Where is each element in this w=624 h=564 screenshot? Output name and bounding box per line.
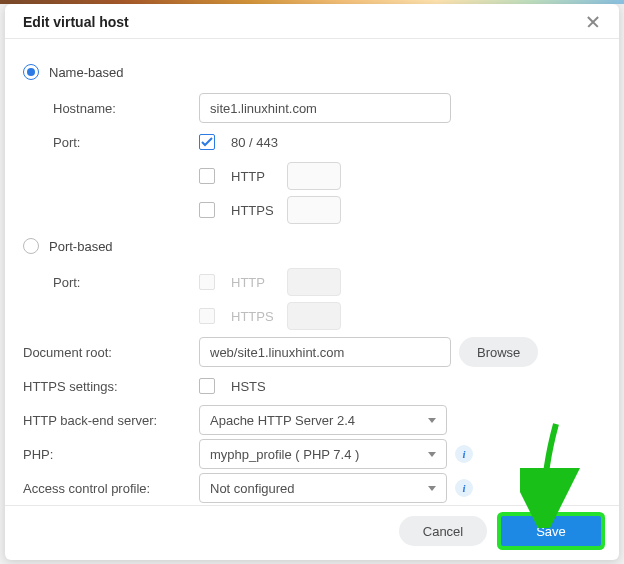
hsts-checkbox[interactable] (199, 378, 215, 394)
radio-port-based[interactable] (23, 238, 39, 254)
backend-select-value: Apache HTTP Server 2.4 (210, 413, 355, 428)
hostname-input[interactable] (199, 93, 451, 123)
chevron-down-icon (428, 486, 436, 491)
port-https-input[interactable] (287, 196, 341, 224)
radio-name-based-label: Name-based (49, 65, 123, 80)
port-based-port-label: Port: (23, 275, 199, 290)
port-based-http-input (287, 268, 341, 296)
port-http-checkbox[interactable] (199, 168, 215, 184)
document-root-label: Document root: (23, 345, 199, 360)
php-select-value: myphp_profile ( PHP 7.4 ) (210, 447, 359, 462)
close-icon[interactable] (585, 14, 601, 30)
port-based-https-input (287, 302, 341, 330)
radio-name-based[interactable] (23, 64, 39, 80)
port-default-checkbox[interactable] (199, 134, 215, 150)
radio-port-based-label: Port-based (49, 239, 113, 254)
access-profile-select[interactable]: Not configured (199, 473, 447, 503)
info-icon[interactable]: i (455, 445, 473, 463)
access-profile-select-value: Not configured (210, 481, 295, 496)
port-based-https-checkbox (199, 308, 215, 324)
port-http-label: HTTP (231, 169, 279, 184)
backend-select[interactable]: Apache HTTP Server 2.4 (199, 405, 447, 435)
chevron-down-icon (428, 452, 436, 457)
document-root-input[interactable] (199, 337, 451, 367)
dialog-title: Edit virtual host (23, 14, 129, 30)
https-settings-label: HTTPS settings: (23, 379, 199, 394)
edit-virtual-host-dialog: Edit virtual host Name-based Hostname: P… (5, 4, 619, 560)
port-https-label: HTTPS (231, 203, 279, 218)
php-select[interactable]: myphp_profile ( PHP 7.4 ) (199, 439, 447, 469)
port-default-label: 80 / 443 (231, 135, 278, 150)
port-https-checkbox[interactable] (199, 202, 215, 218)
port-http-input[interactable] (287, 162, 341, 190)
browse-button[interactable]: Browse (459, 337, 538, 367)
chevron-down-icon (428, 418, 436, 423)
save-button[interactable]: Save (501, 516, 601, 546)
port-based-https-label: HTTPS (231, 309, 279, 324)
cancel-button[interactable]: Cancel (399, 516, 487, 546)
php-label: PHP: (23, 447, 199, 462)
port-based-http-label: HTTP (231, 275, 279, 290)
info-icon[interactable]: i (455, 479, 473, 497)
port-based-http-checkbox (199, 274, 215, 290)
backend-label: HTTP back-end server: (23, 413, 199, 428)
hostname-label: Hostname: (23, 101, 199, 116)
access-profile-label: Access control profile: (23, 481, 199, 496)
hsts-label: HSTS (231, 379, 266, 394)
port-label: Port: (23, 135, 199, 150)
